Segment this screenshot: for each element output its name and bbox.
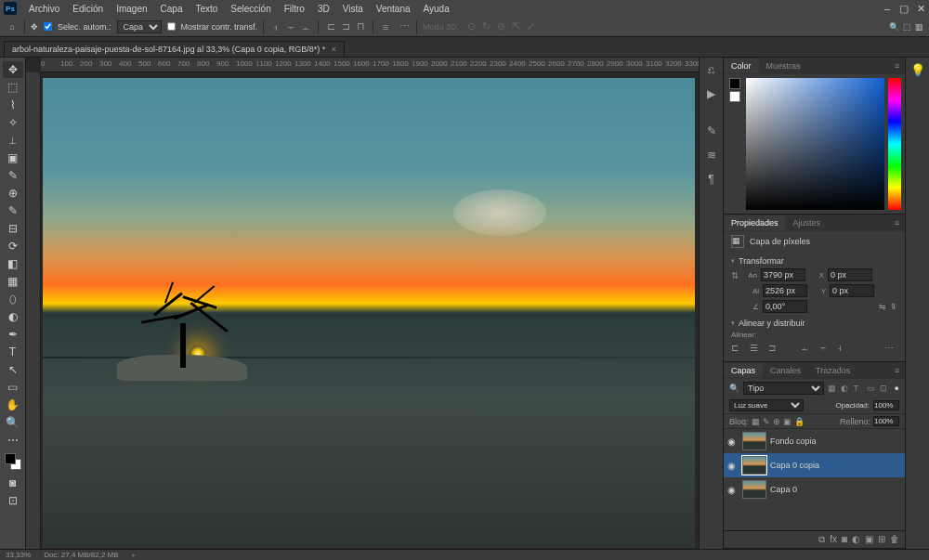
tab-layers[interactable]: Capas <box>724 363 763 378</box>
layer-item[interactable]: ◉ Fondo copia <box>724 429 905 453</box>
hand-tool[interactable]: ✋ <box>3 397 23 413</box>
doc-size[interactable]: Doc: 27,4 MB/82,2 MB <box>44 551 118 559</box>
menu-text[interactable]: Texto <box>189 1 224 17</box>
lock-position-icon[interactable]: ⊕ <box>773 417 780 426</box>
eraser-tool[interactable]: ◧ <box>3 255 23 272</box>
delete-layer-icon[interactable]: 🗑 <box>890 534 899 545</box>
menu-window[interactable]: Ventana <box>370 1 417 17</box>
dodge-tool[interactable]: ◐ <box>3 308 23 325</box>
align-more-icon[interactable]: ⋯ <box>884 343 897 356</box>
visibility-icon[interactable]: ◉ <box>727 461 739 471</box>
menu-help[interactable]: Ayuda <box>417 1 456 17</box>
layer-name[interactable]: Fondo copia <box>770 436 817 446</box>
lightbulb-icon[interactable]: 💡 <box>910 63 925 549</box>
tab-adjustments[interactable]: Ajustes <box>786 215 829 230</box>
ruler-horizontal[interactable]: 0100200300400500600700800900100011001200… <box>41 58 699 72</box>
zoom-level[interactable]: 33,33% <box>6 551 31 559</box>
canvas[interactable] <box>43 78 695 548</box>
home-icon[interactable]: ⌂ <box>6 20 19 33</box>
menu-image[interactable]: Imagen <box>110 1 153 17</box>
frame-tool[interactable]: ▣ <box>3 150 23 166</box>
crop-tool[interactable]: ⟂ <box>3 132 23 149</box>
visibility-icon[interactable]: ◉ <box>727 485 739 495</box>
window-close-icon[interactable]: ✕ <box>912 3 929 15</box>
brush-tool[interactable]: ✎ <box>3 202 23 219</box>
menu-3d[interactable]: 3D <box>311 1 336 17</box>
filter-toggle-icon[interactable]: ● <box>895 384 899 393</box>
filter-smart-icon[interactable]: ⊡ <box>880 384 891 393</box>
marquee-tool[interactable]: ⬚ <box>3 79 23 96</box>
tab-paths[interactable]: Trazados <box>808 363 857 378</box>
panel-menu-icon[interactable]: ≡ <box>889 218 905 228</box>
flip-v-icon[interactable]: ⥮ <box>890 302 897 311</box>
filter-kind-select[interactable]: Tipo <box>743 382 824 395</box>
tab-swatches[interactable]: Muestras <box>759 59 808 73</box>
distribute-group[interactable]: ≡ <box>379 20 392 33</box>
layer-thumbnail[interactable] <box>742 456 766 475</box>
auto-select-checkbox[interactable] <box>44 22 52 31</box>
move-tool[interactable]: ✥ <box>3 61 23 78</box>
layer-item[interactable]: ◉ Capa 0 <box>724 477 905 501</box>
color-field[interactable] <box>746 78 884 210</box>
filter-shape-icon[interactable]: ▭ <box>867 384 878 393</box>
close-tab-icon[interactable]: × <box>332 45 336 54</box>
menu-view[interactable]: Vista <box>336 1 370 17</box>
filter-pixel-icon[interactable]: ▦ <box>828 384 839 393</box>
hue-slider[interactable] <box>888 78 901 210</box>
screenmode-icon[interactable]: ⊡ <box>3 492 23 509</box>
ruler-vertical[interactable] <box>26 72 41 549</box>
path-select-tool[interactable]: ↖ <box>3 361 23 378</box>
paragraph-icon[interactable]: ¶ <box>708 173 713 186</box>
new-layer-icon[interactable]: ⊞ <box>878 534 885 545</box>
transform-section[interactable]: Transformar <box>731 254 897 268</box>
show-transform-checkbox[interactable] <box>167 22 176 31</box>
magic-wand-tool[interactable]: ✧ <box>3 114 23 131</box>
align-left-icon[interactable]: ⊏ <box>731 343 744 356</box>
history-brush-tool[interactable]: ⟳ <box>3 238 23 254</box>
align-section[interactable]: Alinear y distribuir <box>731 316 897 331</box>
menu-layer[interactable]: Capa <box>154 1 190 17</box>
height-input[interactable] <box>763 284 807 297</box>
fg-color-sq[interactable] <box>729 78 740 89</box>
link-wh-icon[interactable]: ⇅ <box>731 270 739 280</box>
angle-input[interactable] <box>763 300 807 313</box>
auto-select-target[interactable]: Capa <box>117 20 162 33</box>
edit-toolbar-icon[interactable]: ⋯ <box>3 432 23 449</box>
align-bottom-icon[interactable]: ⫞ <box>837 343 850 356</box>
tab-color[interactable]: Color <box>724 59 759 73</box>
lock-artboard-icon[interactable]: ▣ <box>783 417 792 426</box>
eyedropper-tool[interactable]: ✎ <box>3 167 23 184</box>
lock-all-icon[interactable]: 🔒 <box>794 417 805 426</box>
layer-thumbnail[interactable] <box>742 432 766 450</box>
play-icon[interactable]: ▶ <box>707 87 715 100</box>
align-top-group[interactable]: ⫞⫟⫠ <box>269 20 312 33</box>
fill-input[interactable] <box>873 416 899 426</box>
spot-heal-tool[interactable]: ⊕ <box>3 185 23 202</box>
layer-item[interactable]: ◉ Capa 0 copia <box>724 453 905 477</box>
width-input[interactable] <box>761 268 805 281</box>
panel-menu-icon[interactable]: ≡ <box>889 61 905 71</box>
history-icon[interactable]: ⎌ <box>708 63 714 76</box>
document-tab[interactable]: arbol-naturaleza-paisaje-puesta-de-sol-8… <box>4 41 345 57</box>
zoom-tool[interactable]: 🔍 <box>3 414 23 431</box>
x-input[interactable] <box>828 268 872 281</box>
color-swatch[interactable] <box>5 453 21 470</box>
search-icon[interactable]: 🔍 <box>889 22 899 32</box>
lock-pixels-icon[interactable]: ▦ <box>752 417 760 426</box>
panel-menu-icon[interactable]: ≡ <box>889 366 905 375</box>
window-minimize-icon[interactable]: – <box>879 3 896 15</box>
shape-tool[interactable]: ▭ <box>3 379 23 396</box>
flip-h-icon[interactable]: ⇋ <box>879 302 886 311</box>
link-layers-icon[interactable]: ⧉ <box>818 534 825 545</box>
workspace-icon[interactable]: ▥ <box>915 22 923 32</box>
menu-filter[interactable]: Filtro <box>278 1 311 17</box>
quickmask-icon[interactable]: ◙ <box>3 475 23 491</box>
menu-selection[interactable]: Selección <box>224 1 277 17</box>
tab-channels[interactable]: Canales <box>763 363 808 378</box>
filter-type-icon[interactable]: T <box>854 384 865 393</box>
opacity-input[interactable] <box>873 400 899 410</box>
align-right-icon[interactable]: ⊐ <box>768 343 781 356</box>
tab-properties[interactable]: Propiedades <box>724 215 786 230</box>
menu-file[interactable]: Archivo <box>22 1 66 17</box>
clone-stamp-tool[interactable]: ⊟ <box>3 220 23 237</box>
